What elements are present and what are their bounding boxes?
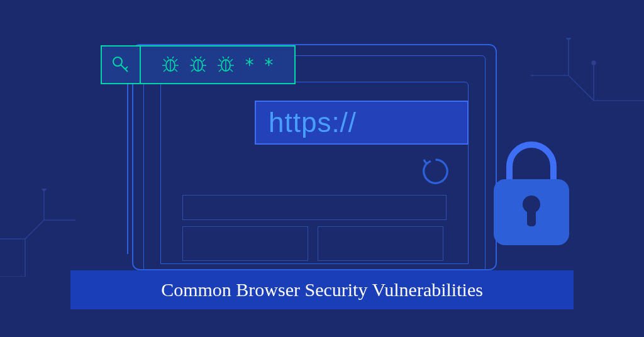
asterisk-char: * [264,55,274,75]
svg-point-0 [42,189,46,191]
svg-line-23 [203,69,205,72]
https-protocol-text: https:// [269,107,357,138]
padlock-icon [484,141,579,255]
svg-line-25 [200,57,201,58]
svg-line-12 [164,69,166,72]
svg-line-35 [228,57,229,58]
svg-line-28 [219,59,221,62]
asterisk-char: * [244,55,255,75]
page-title: Common Browser Security Vulnerabilities [161,279,483,301]
svg-rect-38 [527,207,536,226]
content-placeholder-bar [182,195,447,220]
svg-line-19 [203,59,205,62]
connector-line [127,84,128,254]
svg-line-8 [164,59,166,62]
svg-point-2 [592,61,596,65]
svg-line-34 [223,57,224,58]
svg-line-5 [125,67,128,69]
refresh-icon [418,154,453,189]
svg-line-29 [230,59,233,62]
bug-icon [161,55,180,74]
svg-line-15 [172,57,174,58]
address-bar: https:// [255,101,469,145]
circuit-decoration-right [531,38,644,113]
svg-line-14 [167,57,169,58]
key-icon-section [102,47,141,83]
svg-line-18 [191,59,194,62]
content-placeholder-block-1 [182,226,308,261]
content-placeholder-block-2 [318,226,443,261]
svg-line-33 [230,69,233,72]
key-icon [111,55,131,75]
bug-icon [216,55,235,74]
svg-line-24 [195,57,196,58]
svg-line-9 [175,59,177,62]
circuit-decoration-left [0,189,75,277]
svg-line-32 [219,69,221,72]
password-input-illustration: * * [101,45,296,84]
svg-line-13 [175,69,177,72]
bug-icon [189,55,208,74]
svg-line-22 [191,69,194,72]
title-banner: Common Browser Security Vulnerabilities [70,270,574,309]
password-chars-section: * * [141,55,294,75]
svg-point-3 [113,57,122,66]
svg-point-1 [567,38,570,40]
